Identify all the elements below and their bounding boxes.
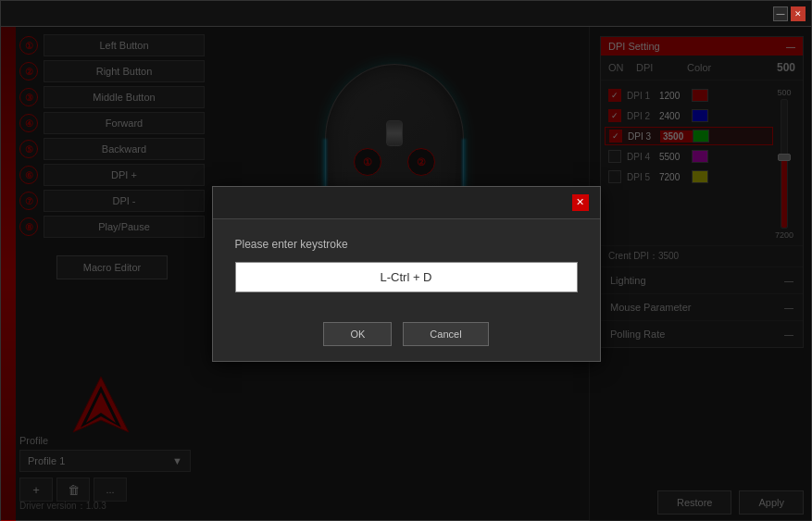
- app-window: — ✕ ① Left Button ② Right Button ③ Middl…: [0, 0, 812, 521]
- dialog-ok-button[interactable]: OK: [323, 322, 392, 346]
- dialog-close-button[interactable]: ✕: [572, 194, 589, 211]
- dialog-header: ✕: [213, 187, 600, 219]
- title-bar: — ✕: [1, 1, 811, 27]
- dialog-cancel-button[interactable]: Cancel: [403, 322, 488, 346]
- dialog-overlay: ✕ Please enter keystroke OK Cancel: [1, 27, 811, 520]
- dialog-prompt-text: Please enter keystroke: [235, 238, 578, 251]
- minimize-button[interactable]: —: [773, 6, 788, 21]
- keystroke-input[interactable]: [235, 262, 578, 292]
- close-button[interactable]: ✕: [791, 6, 806, 21]
- keystroke-dialog: ✕ Please enter keystroke OK Cancel: [212, 186, 601, 362]
- dialog-footer: OK Cancel: [213, 311, 600, 361]
- dialog-body: Please enter keystroke: [213, 219, 600, 311]
